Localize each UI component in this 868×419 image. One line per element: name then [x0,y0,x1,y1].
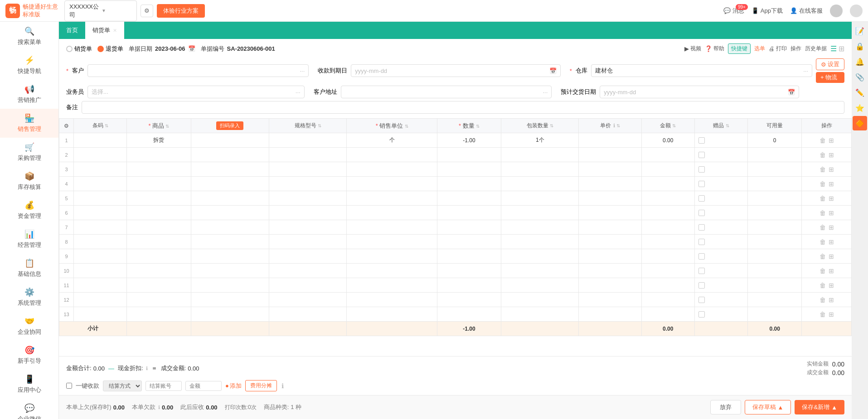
unit-cell-3[interactable] [347,177,437,191]
copy-icon[interactable]: ⊞ [829,253,834,260]
spec-cell-4[interactable] [269,191,347,206]
price-cell-5[interactable] [579,206,641,220]
unit-cell-2[interactable] [347,162,437,177]
unit-cell-1[interactable] [347,148,437,162]
radio-sales[interactable]: 销货单 [66,45,92,53]
barcode-cell-9[interactable] [74,264,127,278]
spec-cell-12[interactable] [269,307,347,322]
save-new-button[interactable]: 保存&新增 ▲ [795,400,844,414]
copy-icon[interactable]: ⊞ [829,282,834,289]
product-cell-2[interactable] [127,162,191,177]
sidebar-item-search[interactable]: 🔍 搜索菜单 [0,22,58,51]
copy-icon[interactable]: ⊞ [829,311,834,318]
sidebar-item-purchase[interactable]: 🛒 采购管理 [0,138,58,167]
product-cell-4[interactable] [127,191,191,206]
sidebar-item-quick-nav[interactable]: ⚡ 快捷导航 [0,51,58,80]
rp-star-icon[interactable]: ⭐ [853,101,867,115]
gift-cell-3[interactable] [694,177,747,191]
print-btn[interactable]: 🖨打印 [769,45,787,53]
th-settings[interactable]: ⚙ [59,119,74,133]
gift-cell-5[interactable] [694,206,747,220]
package-qty-cell-5[interactable] [501,206,579,220]
amount-cell-9[interactable] [641,264,694,278]
barcode-cell-4[interactable] [74,191,127,206]
sidebar-item-app-center[interactable]: 📱 应用中心 [0,370,58,399]
gift-cell-11[interactable] [694,293,747,307]
draft-button[interactable]: 保存草稿 ▲ [745,400,791,414]
help-btn[interactable]: ❓帮助 [705,45,724,53]
barcode-cell-11[interactable] [74,293,127,307]
amount-cell-10[interactable] [641,278,694,293]
warehouse-input[interactable]: 建材仓 ··· [591,64,812,77]
amount-cell-3[interactable] [641,177,694,191]
product-cell-3[interactable] [127,177,191,191]
operation-btn[interactable]: 操作 [790,45,801,53]
calendar-icon[interactable]: 📅 [188,45,195,52]
barcode-cell-5[interactable] [74,206,127,220]
amount-cell-4[interactable] [641,191,694,206]
th-scan[interactable]: 扫码录入 [191,119,269,133]
copy-icon[interactable]: ⊞ [829,166,834,173]
online-service-button[interactable]: 👤 在线客服 [790,7,823,15]
amount-cell-5[interactable] [641,206,694,220]
one-click-pay-checkbox[interactable] [66,383,72,389]
tab-sales-order[interactable]: 销货单 ✕ [85,22,124,39]
unit-cell-0[interactable]: 个 [347,133,437,148]
delete-icon[interactable]: 🗑 [820,195,826,202]
price-cell-4[interactable] [579,191,641,206]
product-cell-7[interactable] [127,235,191,249]
delete-icon[interactable]: 🗑 [820,296,826,303]
split-button[interactable]: 费用分摊 [245,380,277,391]
gear-button[interactable]: ⚙ [141,5,153,17]
due-date-input[interactable]: yyyy-mm-dd 📅 [351,64,560,77]
sidebar-item-inventory[interactable]: 📦 库存核算 [0,167,58,196]
spec-cell-5[interactable] [269,206,347,220]
rp-lock-icon[interactable]: 🔒 [853,39,867,53]
barcode-cell-12[interactable] [74,307,127,322]
delete-icon[interactable]: 🗑 [820,151,826,159]
calc-method-select[interactable]: 结算方式 [103,380,142,391]
quantity-cell-7[interactable] [437,235,501,249]
gift-cell-1[interactable] [694,148,747,162]
spec-cell-3[interactable] [269,177,347,191]
company-selector[interactable]: XXXXXX公司 ▼ [64,0,137,21]
barcode-cell-8[interactable] [74,249,127,264]
product-cell-11[interactable] [127,293,191,307]
spec-cell-6[interactable] [269,220,347,235]
unit-cell-12[interactable] [347,307,437,322]
package-qty-cell-0[interactable]: 1个 [501,133,579,148]
amount-cell-7[interactable] [641,235,694,249]
quantity-cell-9[interactable] [437,264,501,278]
logistics-button[interactable]: + 物流 [816,72,844,83]
spec-cell-10[interactable] [269,278,347,293]
quantity-cell-0[interactable]: -1.00 [437,133,501,148]
avatar[interactable] [830,5,843,17]
spec-cell-9[interactable] [269,264,347,278]
sidebar-item-sales[interactable]: 🏪 销售管理 [0,109,58,138]
package-qty-cell-8[interactable] [501,249,579,264]
delete-icon[interactable]: 🗑 [820,267,826,275]
delete-icon[interactable]: 🗑 [820,282,826,289]
copy-icon[interactable]: ⊞ [829,195,834,202]
copy-icon[interactable]: ⊞ [829,151,834,159]
package-qty-cell-12[interactable] [501,307,579,322]
delete-icon[interactable]: 🗑 [820,137,826,144]
spec-cell-2[interactable] [269,162,347,177]
sidebar-item-base[interactable]: 📋 基础信息 [0,254,58,283]
add-button[interactable]: ● 添加 [225,382,242,390]
delete-icon[interactable]: 🗑 [820,209,826,217]
radio-return[interactable]: 退货单 [97,45,123,53]
gift-cell-9[interactable] [694,264,747,278]
video-btn[interactable]: ▶视频 [684,45,701,53]
unit-cell-9[interactable] [347,264,437,278]
barcode-cell-7[interactable] [74,235,127,249]
notes-input[interactable] [82,101,844,114]
delete-icon[interactable]: 🗑 [820,238,826,246]
amount-input[interactable] [185,381,222,391]
quantity-cell-5[interactable] [437,206,501,220]
tab-home[interactable]: 首页 [59,22,85,39]
sidebar-item-system[interactable]: ⚙️ 系统管理 [0,283,58,312]
spec-cell-7[interactable] [269,235,347,249]
message-button[interactable]: 💬 消息 99+ [723,7,744,15]
delete-icon[interactable]: 🗑 [820,253,826,260]
